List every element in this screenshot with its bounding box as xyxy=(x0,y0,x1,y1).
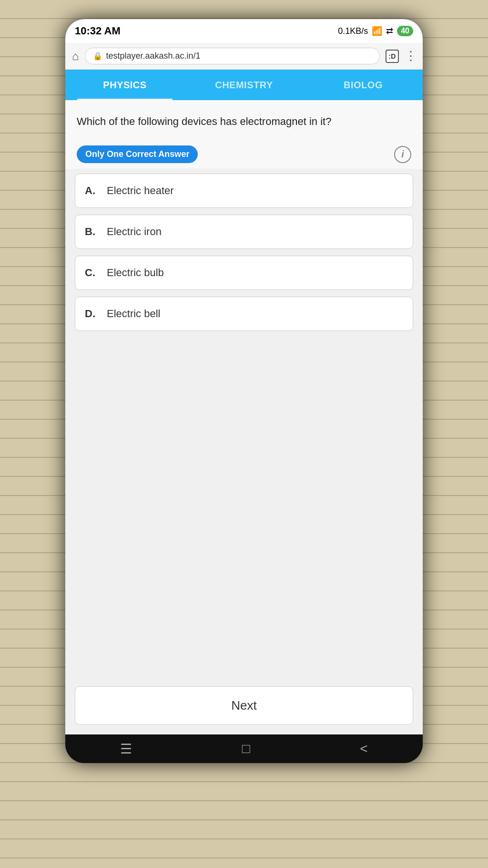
nav-back-icon[interactable]: < xyxy=(360,741,367,756)
question-area: Which of the following devices has elect… xyxy=(65,100,423,138)
tab-switcher[interactable]: :D xyxy=(386,50,399,63)
signal-icon: 📶 xyxy=(372,26,382,36)
home-icon[interactable]: ⌂ xyxy=(72,50,79,63)
option-d-text: Electric bell xyxy=(107,308,160,320)
tab-physics[interactable]: PHYSICS xyxy=(65,70,184,100)
phone-frame: 10:32 AM 0.1KB/s 📶 ⇄ 40 ⌂ 🔒 testplayer.a… xyxy=(65,19,423,763)
app-content: PHYSICS CHEMISTRY BIOLOG Which of the fo… xyxy=(65,70,423,734)
option-a[interactable]: A. Electric heater xyxy=(75,174,413,208)
answer-type-badge: Only One Correct Answer xyxy=(77,145,198,163)
status-bar: 10:32 AM 0.1KB/s 📶 ⇄ 40 xyxy=(65,19,423,43)
option-b[interactable]: B. Electric iron xyxy=(75,215,413,249)
wifi-icon: ⇄ xyxy=(386,26,393,36)
question-text: Which of the following devices has elect… xyxy=(77,114,411,129)
option-b-letter: B. xyxy=(85,226,99,238)
browser-menu[interactable]: ⋮ xyxy=(405,49,416,63)
options-list: A. Electric heater B. Electric iron C. E… xyxy=(65,169,423,681)
network-speed: 0.1KB/s xyxy=(338,26,368,36)
option-b-text: Electric iron xyxy=(107,226,162,238)
option-c-text: Electric bulb xyxy=(107,267,164,279)
url-bar[interactable]: 🔒 testplayer.aakash.ac.in/1 xyxy=(85,48,380,64)
browser-bar: ⌂ 🔒 testplayer.aakash.ac.in/1 :D ⋮ xyxy=(65,43,423,70)
bottom-nav: ☰ □ < xyxy=(65,734,423,763)
nav-menu-icon[interactable]: ☰ xyxy=(120,741,132,757)
option-d[interactable]: D. Electric bell xyxy=(75,297,413,331)
option-c[interactable]: C. Electric bulb xyxy=(75,256,413,290)
option-a-letter: A. xyxy=(85,185,99,197)
url-text: testplayer.aakash.ac.in/1 xyxy=(106,51,201,61)
info-icon[interactable]: i xyxy=(394,146,411,163)
tab-biology[interactable]: BIOLOG xyxy=(304,70,423,100)
status-right: 0.1KB/s 📶 ⇄ 40 xyxy=(338,26,413,36)
next-button[interactable]: Next xyxy=(75,686,413,725)
status-time: 10:32 AM xyxy=(75,25,121,37)
lock-icon: 🔒 xyxy=(93,52,102,61)
option-a-text: Electric heater xyxy=(107,185,174,197)
battery-badge: 40 xyxy=(397,26,413,36)
next-button-container: Next xyxy=(65,681,423,734)
tab-chemistry[interactable]: CHEMISTRY xyxy=(184,70,304,100)
option-d-letter: D. xyxy=(85,308,99,320)
nav-home-icon[interactable]: □ xyxy=(242,741,250,756)
subject-tabs: PHYSICS CHEMISTRY BIOLOG xyxy=(65,70,423,100)
option-c-letter: C. xyxy=(85,267,99,279)
answer-type-row: Only One Correct Answer i xyxy=(65,138,423,169)
